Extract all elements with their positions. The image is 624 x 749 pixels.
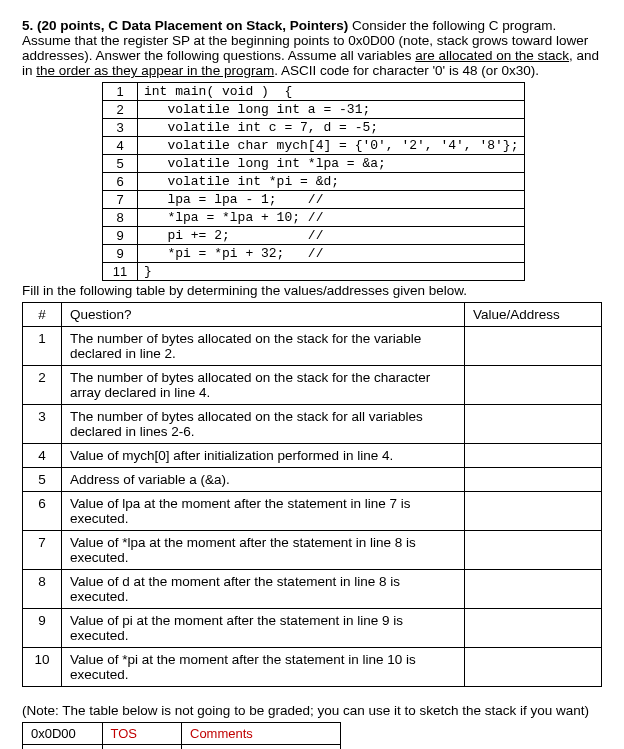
line-number: 9 xyxy=(103,245,138,263)
code-line: volatile int c = 7, d = -5; xyxy=(138,119,525,137)
code-line: volatile int *pi = &d; xyxy=(138,173,525,191)
code-line: volatile long int a = -31; xyxy=(138,101,525,119)
q-text: The number of bytes allocated on the sta… xyxy=(62,327,465,366)
line-number: 8 xyxy=(103,209,138,227)
stack-cell[interactable] xyxy=(182,745,341,750)
q-number: 7 xyxy=(23,531,62,570)
answer-cell[interactable] xyxy=(465,405,602,444)
q-number: 2 xyxy=(23,366,62,405)
code-line: int main( void ) { xyxy=(138,83,525,101)
line-number: 11 xyxy=(103,263,138,281)
code-line: lpa = lpa - 1; // xyxy=(138,191,525,209)
line-number: 1 xyxy=(103,83,138,101)
q-text: Value of pi at the moment after the stat… xyxy=(62,609,465,648)
code-line: *lpa = *lpa + 10; // xyxy=(138,209,525,227)
q-number: 4 xyxy=(23,444,62,468)
underline-2: the order as they appear in the program xyxy=(36,63,274,78)
line-number: 2 xyxy=(103,101,138,119)
underline-1: are allocated on the stack xyxy=(415,48,569,63)
q-text: Value of lpa at the moment after the sta… xyxy=(62,492,465,531)
q-text: Value of *lpa at the moment after the st… xyxy=(62,531,465,570)
code-line: } xyxy=(138,263,525,281)
answer-cell[interactable] xyxy=(465,327,602,366)
intro-3: . ASCII code for character '0' is 48 (or… xyxy=(274,63,539,78)
q-text: Value of *pi at the moment after the sta… xyxy=(62,648,465,687)
q-text: The number of bytes allocated on the sta… xyxy=(62,366,465,405)
answer-cell[interactable] xyxy=(465,609,602,648)
q-number: 10 xyxy=(23,648,62,687)
q-number: 8 xyxy=(23,570,62,609)
stack-addr-header: 0x0D00 xyxy=(23,723,103,745)
code-line: volatile long int *lpa = &a; xyxy=(138,155,525,173)
code-listing: 1int main( void ) { 2 volatile long int … xyxy=(102,82,525,281)
q-text: Value of d at the moment after the state… xyxy=(62,570,465,609)
problem-statement: 5. (20 points, C Data Placement on Stack… xyxy=(22,18,602,78)
stack-cell[interactable] xyxy=(23,745,103,750)
line-number: 4 xyxy=(103,137,138,155)
comments-header: Comments xyxy=(182,723,341,745)
col-number-header: # xyxy=(23,303,62,327)
answer-cell[interactable] xyxy=(465,492,602,531)
q-text: Address of variable a (&a). xyxy=(62,468,465,492)
line-number: 3 xyxy=(103,119,138,137)
q-number: 5 xyxy=(23,468,62,492)
col-value-header: Value/Address xyxy=(465,303,602,327)
q-number: 1 xyxy=(23,327,62,366)
line-number: 9 xyxy=(103,227,138,245)
q-number: 9 xyxy=(23,609,62,648)
tos-header: TOS xyxy=(102,723,182,745)
q-text: Value of mych[0] after initialization pe… xyxy=(62,444,465,468)
stack-note: (Note: The table below is not going to b… xyxy=(22,703,602,718)
answer-cell[interactable] xyxy=(465,468,602,492)
line-number: 6 xyxy=(103,173,138,191)
answer-cell[interactable] xyxy=(465,366,602,405)
fill-instruction: Fill in the following table by determini… xyxy=(22,283,602,298)
answer-cell[interactable] xyxy=(465,570,602,609)
answer-cell[interactable] xyxy=(465,531,602,570)
answer-cell[interactable] xyxy=(465,444,602,468)
stack-cell[interactable] xyxy=(102,745,182,750)
stack-sketch-table: 0x0D00 TOS Comments xyxy=(22,722,341,749)
code-line: volatile char mych[4] = {'0', '2', '4', … xyxy=(138,137,525,155)
points-label: 5. (20 points, C Data Placement on Stack… xyxy=(22,18,348,33)
q-text: The number of bytes allocated on the sta… xyxy=(62,405,465,444)
answer-cell[interactable] xyxy=(465,648,602,687)
code-line: *pi = *pi + 32; // xyxy=(138,245,525,263)
q-number: 3 xyxy=(23,405,62,444)
code-line: pi += 2; // xyxy=(138,227,525,245)
line-number: 5 xyxy=(103,155,138,173)
questions-table: # Question? Value/Address 1The number of… xyxy=(22,302,602,687)
col-question-header: Question? xyxy=(62,303,465,327)
q-number: 6 xyxy=(23,492,62,531)
line-number: 7 xyxy=(103,191,138,209)
